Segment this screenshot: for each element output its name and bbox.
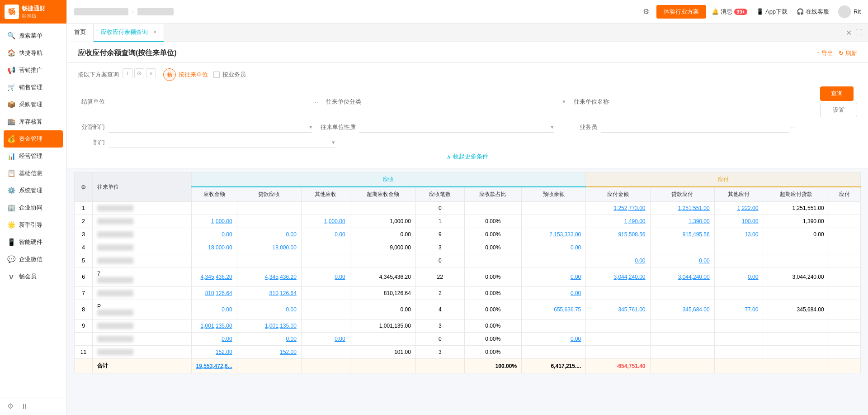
settlement-dots[interactable]: ··· — [313, 99, 318, 105]
table-cell[interactable]: 655,636.75 — [522, 300, 586, 320]
table-cell[interactable]: 0.00 — [301, 228, 350, 241]
department-select[interactable]: ▾ — [108, 137, 335, 148]
tab-close-btn[interactable]: ✕ — [846, 29, 852, 37]
table-cell[interactable]: 1,001,135.00 — [237, 320, 301, 333]
table-cell[interactable]: 0.00 — [191, 228, 237, 241]
table-cell[interactable]: 915,495.56 — [650, 228, 714, 241]
table-cell[interactable]: 0.00 — [301, 333, 350, 346]
partner-name-input[interactable] — [613, 96, 813, 107]
table-cell[interactable]: 810,126.64 — [237, 287, 301, 300]
sidebar-item-marketing[interactable]: 📢 营销推广 — [0, 62, 66, 79]
table-cell — [763, 333, 829, 346]
partner-nature-select[interactable]: ▾ — [359, 122, 554, 133]
table-cell[interactable]: 0.00 — [191, 300, 237, 320]
table-cell — [650, 320, 714, 333]
table-cell[interactable]: 18,000.00 — [237, 241, 301, 254]
table-cell[interactable]: 0.00 — [237, 333, 301, 346]
scheme-by-partner[interactable]: 畅 按往来单位 — [163, 68, 208, 81]
table-cell[interactable]: 4,345,436.20 — [237, 267, 301, 287]
sidebar-item-guide[interactable]: 🌟 新手引导 — [0, 216, 66, 234]
sidebar-item-quicknav[interactable]: 🏠 快捷导航 — [0, 44, 66, 62]
table-cell[interactable]: 152.00 — [237, 346, 301, 359]
sidebar-item-hardware[interactable]: 📱 智能硬件 — [0, 234, 66, 251]
table-row: 11152.00152.00101.0030.00% — [75, 346, 861, 359]
settlement-input[interactable] — [108, 96, 311, 107]
query-button[interactable]: 查询 — [820, 86, 854, 101]
sidebar-item-basicinfo[interactable]: 📋 基础信息 — [0, 165, 66, 182]
table-cell[interactable]: 1,390.00 — [650, 215, 714, 228]
settings-footer-icon[interactable]: ⚙ — [7, 402, 14, 410]
table-cell[interactable]: 100.00 — [714, 215, 763, 228]
table-cell[interactable]: 0.00 — [301, 267, 350, 287]
table-cell[interactable]: 0.00 — [522, 287, 586, 300]
table-cell[interactable]: 18,000.00 — [191, 241, 237, 254]
table-cell[interactable]: 0.00 — [650, 254, 714, 267]
table-cell[interactable]: 345,761.00 — [586, 300, 650, 320]
sidebar-item-search[interactable]: 🔍 搜索菜单 — [0, 27, 66, 44]
table-cell[interactable]: 0.00 — [522, 241, 586, 254]
tab-arap[interactable]: 应收应付余额查询 × — [94, 24, 164, 42]
table-cell[interactable]: 0.00 — [522, 267, 586, 287]
sidebar-item-enterprise[interactable]: 🏢 企业协同 — [0, 199, 66, 216]
promo-button[interactable]: 体验行业方案 — [656, 5, 706, 19]
table-cell[interactable]: 0.00 — [237, 300, 301, 320]
add-scheme-btn[interactable]: + — [123, 68, 132, 78]
table-cell[interactable]: 1,222.00 — [714, 202, 763, 215]
table-cell[interactable]: 1,000.00 — [301, 215, 350, 228]
table-cell[interactable]: 0.00 — [522, 333, 586, 346]
footer-ar-amount[interactable]: 19,553,472,6... — [191, 359, 237, 373]
edit-scheme-btn[interactable]: ⊙ — [134, 68, 144, 78]
settings-button[interactable]: 设置 — [820, 103, 857, 117]
salesperson-input[interactable] — [601, 122, 789, 133]
header-gear-button[interactable]: ⚙ — [643, 7, 649, 16]
table-cell[interactable]: 0.00 — [586, 254, 650, 267]
table-cell[interactable]: 915,508.56 — [586, 228, 650, 241]
table-cell[interactable]: 1,251,551.00 — [650, 202, 714, 215]
table-cell[interactable]: 0.00 — [237, 228, 301, 241]
salesperson-dots[interactable]: ··· — [791, 124, 796, 131]
footer-settings — [75, 359, 93, 373]
sidebar-item-operation[interactable]: 📊 经营管理 — [0, 148, 66, 165]
table-cell[interactable]: 4,345,436.20 — [191, 267, 237, 287]
col-ap-loan: 贷款应付 — [650, 187, 714, 202]
dept-select[interactable]: ▾ — [108, 122, 312, 133]
table-cell[interactable]: 0.00 — [714, 267, 763, 287]
partner-cat-select[interactable]: ▾ — [365, 96, 565, 107]
sidebar-item-finance[interactable]: 💰 资金管理 — [4, 130, 63, 148]
sidebar-item-inventory[interactable]: 🏬 库存核算 — [0, 113, 66, 130]
collapse-scheme-btn[interactable]: « — [146, 68, 156, 78]
table-cell[interactable]: 1,252,773.00 — [586, 202, 650, 215]
app-download-link[interactable]: 📱 App下载 — [756, 8, 788, 16]
user-area[interactable]: Rit — [838, 5, 861, 18]
tab-maximize-btn[interactable]: ⛶ — [855, 29, 863, 37]
table-cell[interactable]: 1,000.00 — [191, 215, 237, 228]
table-cell[interactable]: 345,684.00 — [650, 300, 714, 320]
export-button[interactable]: ↑ 导出 — [817, 49, 834, 57]
table-cell[interactable]: 77.00 — [714, 300, 763, 320]
table-cell[interactable]: 2,153,333.00 — [522, 228, 586, 241]
notification-button[interactable]: 🔔 消息 99+ — [712, 8, 747, 16]
sidebar-item-sales[interactable]: 🛒 销售管理 — [0, 79, 66, 96]
collapse-more-label: 收起更多条件 — [453, 153, 488, 161]
collapse-more-btn[interactable]: ∧ 收起更多条件 — [447, 153, 488, 161]
table-cell[interactable]: 152.00 — [191, 346, 237, 359]
tab-home[interactable]: 首页 — [67, 24, 94, 42]
sidebar-item-purchase[interactable]: 📦 采购管理 — [0, 96, 66, 113]
collapse-footer-icon[interactable]: ⏸ — [21, 402, 28, 410]
table-settings-icon[interactable]: ⚙ — [81, 184, 86, 191]
scheme-by-salesperson[interactable]: 按业务员 — [213, 71, 246, 79]
table-cell[interactable]: 3,044,240.00 — [586, 267, 650, 287]
table-cell[interactable]: 0.00 — [191, 333, 237, 346]
sidebar-item-system[interactable]: ⚙️ 系统管理 — [0, 182, 66, 199]
table-cell[interactable]: 13.00 — [714, 228, 763, 241]
table-cell[interactable]: 1,001,135.00 — [191, 320, 237, 333]
table-cell[interactable]: 810,126.64 — [191, 287, 237, 300]
sidebar-item-member[interactable]: V 畅会员 — [0, 268, 66, 285]
table-cell[interactable]: 3,044,240.00 — [650, 267, 714, 287]
table-cell[interactable]: 1,490.00 — [586, 215, 650, 228]
sidebar-item-wechat[interactable]: 💬 企业微信 — [0, 251, 66, 268]
tab-close-icon[interactable]: × — [153, 29, 156, 35]
refresh-button[interactable]: ↻ 刷新 — [839, 49, 857, 57]
table-cell: 4 — [415, 300, 464, 320]
online-service-link[interactable]: 🎧 在线客服 — [797, 8, 829, 16]
